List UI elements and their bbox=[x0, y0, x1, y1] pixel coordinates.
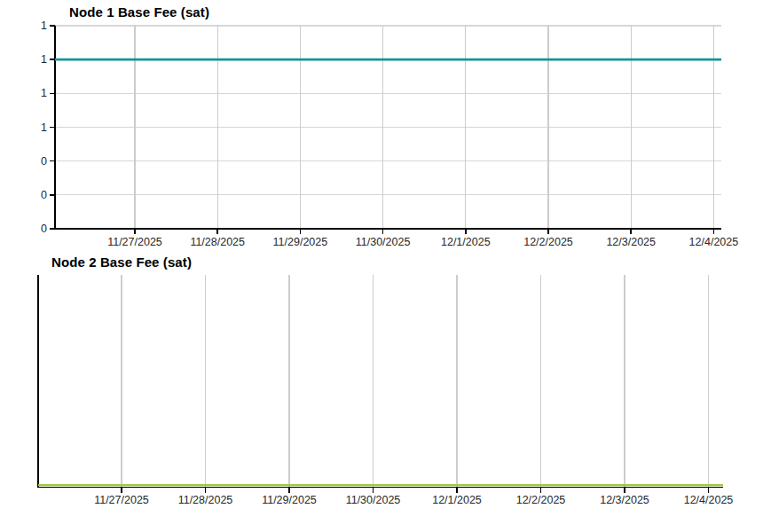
y-tick-label: 1 bbox=[41, 121, 47, 134]
y-tick-label: 0 bbox=[41, 155, 47, 168]
x-tick-label: 12/2/2025 bbox=[516, 494, 566, 506]
x-tick-label: 12/3/2025 bbox=[600, 494, 649, 506]
y-tick-label: 1 bbox=[41, 53, 47, 66]
x-tick-label: 12/2/2025 bbox=[523, 236, 573, 248]
y-tick-label: 1 bbox=[41, 20, 47, 32]
x-tick-label: 11/29/2025 bbox=[273, 236, 328, 248]
base-fee-report: Node 1 Base Fee (sat) Node 2 Base Fee (s… bbox=[0, 0, 763, 532]
x-tick-label: 11/28/2025 bbox=[178, 494, 233, 506]
x-tick-label: 11/29/2025 bbox=[262, 494, 317, 506]
x-tick-label: 12/1/2025 bbox=[432, 494, 482, 506]
charts-canvas: 111100011/27/202511/28/202511/29/202511/… bbox=[0, 0, 763, 532]
x-tick-label: 11/27/2025 bbox=[94, 494, 149, 506]
x-tick-label: 12/4/2025 bbox=[689, 236, 739, 248]
x-tick-label: 12/3/2025 bbox=[606, 236, 656, 248]
x-tick-label: 11/28/2025 bbox=[190, 236, 245, 248]
y-tick-label: 0 bbox=[41, 189, 47, 201]
y-tick-label: 1 bbox=[41, 87, 47, 99]
x-tick-label: 12/1/2025 bbox=[441, 236, 491, 248]
x-tick-label: 11/30/2025 bbox=[346, 494, 401, 506]
x-tick-label: 11/27/2025 bbox=[107, 236, 162, 248]
x-tick-label: 12/4/2025 bbox=[684, 494, 734, 506]
x-tick-label: 11/30/2025 bbox=[356, 236, 411, 248]
y-tick-label: 0 bbox=[41, 223, 47, 235]
